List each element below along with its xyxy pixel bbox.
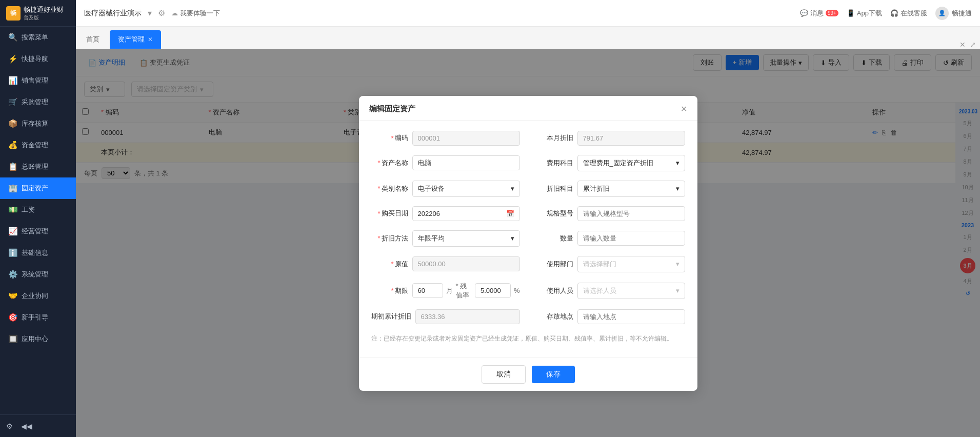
cancel-label: 取消 <box>496 370 511 378</box>
tab-home-label: 首页 <box>86 35 99 44</box>
category-select[interactable]: 电子设备 ▾ <box>412 181 520 197</box>
quantity-label: 数量 <box>536 234 573 243</box>
messages-badge: 99+ <box>826 10 838 16</box>
form-item-spec: 规格型号 <box>536 206 685 221</box>
service-btn[interactable]: 🎧 在线客服 <box>890 9 927 18</box>
asset-name-label: * 资产名称 <box>371 158 408 168</box>
experience-banner[interactable]: ☁ 我要体验一下 <box>171 9 220 18</box>
form-item-period: * 期限 月 * 残值率 % <box>371 282 520 300</box>
tab-close-icon[interactable]: ✕ <box>148 36 153 43</box>
tab-home[interactable]: 首页 <box>78 30 108 49</box>
period-row: 月 * 残值率 % <box>412 282 520 300</box>
form-item-storage: 存放地点 <box>536 309 685 324</box>
sidebar-item-基础信息[interactable]: ℹ️基础信息 <box>0 242 76 264</box>
tab-asset-management[interactable]: 资产管理 ✕ <box>110 30 161 49</box>
sidebar-icon: ⚙️ <box>8 270 17 279</box>
sidebar-icon: ℹ️ <box>8 248 17 257</box>
logo-text: 畅捷通好业财 <box>24 5 64 14</box>
sidebar-icon: ⚡ <box>8 54 17 64</box>
topbar-right: 💬 消息 99+ 📱 App下载 🎧 在线客服 👤 畅捷通 <box>800 7 972 20</box>
tab-expand-icon[interactable]: ⤢ <box>970 41 976 49</box>
sidebar-item-搜索菜单[interactable]: 🔍搜索菜单 <box>0 27 76 48</box>
sidebar-item-资金管理[interactable]: 💰资金管理 <box>0 134 76 156</box>
residual-rate-input[interactable] <box>475 283 511 298</box>
code-input[interactable] <box>412 131 520 146</box>
modal-close-icon[interactable]: ✕ <box>681 104 687 114</box>
dep-subject-value: 累计折旧 <box>583 184 610 193</box>
sidebar-icon: 📦 <box>8 119 17 128</box>
sidebar-item-应用中心[interactable]: 🔲应用中心 <box>0 328 76 350</box>
spec-label: 规格型号 <box>536 209 573 218</box>
form-item-dep-method: * 折旧方法 年限平均 ▾ <box>371 230 520 247</box>
sidebar-icon: 📋 <box>8 162 17 171</box>
logo-icon: 畅 <box>6 6 21 21</box>
expense-subject-chevron: ▾ <box>676 159 679 167</box>
department-select[interactable]: 请选择部门 ▾ <box>577 256 685 272</box>
expense-subject-select[interactable]: 管理费用_固定资产折旧 ▾ <box>577 155 685 171</box>
department-chevron: ▾ <box>676 260 679 268</box>
sidebar-item-总账管理[interactable]: 📋总账管理 <box>0 156 76 177</box>
period-input[interactable] <box>412 283 443 298</box>
sidebar-item-快捷导航[interactable]: ⚡快捷导航 <box>0 48 76 70</box>
sidebar-item-系统管理[interactable]: ⚙️系统管理 <box>0 264 76 285</box>
messages-label: 消息 <box>810 9 824 18</box>
purchase-date-input[interactable]: 202206 📅 <box>412 206 520 221</box>
monthly-dep-input[interactable] <box>577 131 685 146</box>
sidebar-item-库存核算[interactable]: 📦库存核算 <box>0 113 76 134</box>
form-item-expense-subject: 费用科目 管理费用_固定资产折旧 ▾ <box>536 155 685 171</box>
original-value-label: * 原值 <box>371 260 408 269</box>
form-grid: * 编码 本月折旧 <box>371 131 685 324</box>
edit-asset-modal: 编辑固定资产 ✕ * 编码 <box>359 96 697 391</box>
messages-btn[interactable]: 💬 消息 99+ <box>800 9 838 18</box>
dep-subject-label: 折旧科目 <box>536 184 573 193</box>
sidebar-logo: 畅 畅捷通好业财 普及版 <box>0 0 76 27</box>
spec-input[interactable] <box>577 206 685 221</box>
sidebar-item-经营管理[interactable]: 📈经营管理 <box>0 221 76 242</box>
modal-footer: 取消 保存 <box>359 357 697 391</box>
purchase-date-value: 202206 <box>418 210 440 217</box>
sidebar-icon: 📊 <box>8 76 17 85</box>
storage-input[interactable] <box>577 309 685 324</box>
form-note: 注：已经存在变更记录或者对应固定资产已经生成凭证，原值、购买日期、残值率、累计折… <box>371 334 685 343</box>
form-item-dep-subject: 折旧科目 累计折旧 ▾ <box>536 181 685 197</box>
category-chevron: ▾ <box>511 185 514 192</box>
person-select[interactable]: 请选择人员 ▾ <box>577 283 685 299</box>
sidebar-item-新手引导[interactable]: 🎯新手引导 <box>0 307 76 328</box>
initial-cumulative-input[interactable] <box>415 309 520 324</box>
person-placeholder: 请选择人员 <box>583 286 616 295</box>
modal-body: * 编码 本月折旧 <box>359 121 697 357</box>
sidebar-item-label: 基础信息 <box>22 248 48 257</box>
sidebar-item-工资[interactable]: 💵工资 <box>0 199 76 221</box>
cancel-button[interactable]: 取消 <box>482 365 526 384</box>
sidebar-item-label: 应用中心 <box>22 334 48 344</box>
quantity-input[interactable] <box>577 231 685 246</box>
asset-name-input[interactable] <box>412 155 520 170</box>
sidebar-item-采购管理[interactable]: 🛒采购管理 <box>0 91 76 113</box>
sidebar-icon: 🤝 <box>8 291 17 301</box>
tabbar: 首页 资产管理 ✕ ✕ ⤢ <box>76 27 980 49</box>
app-download-btn[interactable]: 📱 App下载 <box>847 9 882 18</box>
headset-icon: 🎧 <box>890 9 898 17</box>
calendar-icon: 📅 <box>506 210 514 217</box>
cloud-icon: ☁ <box>171 9 178 17</box>
settings-gear-icon[interactable]: ⚙ <box>158 8 165 18</box>
initial-cumulative-label: 期初累计折旧 <box>371 312 411 321</box>
sidebar-item-label: 固定资产 <box>22 184 48 193</box>
period-label: * 期限 <box>371 286 408 295</box>
dep-subject-select[interactable]: 累计折旧 ▾ <box>577 181 685 197</box>
user-label: 畅捷通 <box>952 9 972 18</box>
sidebar-item-固定资产[interactable]: 🏢固定资产 <box>0 177 76 199</box>
save-button[interactable]: 保存 <box>532 366 575 383</box>
sidebar-item-企业协同[interactable]: 🤝企业协同 <box>0 285 76 307</box>
tab-close-window-icon[interactable]: ✕ <box>959 41 966 49</box>
collapse-icon[interactable]: ◀◀ <box>21 422 32 430</box>
sidebar-item-label: 搜索菜单 <box>22 33 48 42</box>
modal-header: 编辑固定资产 ✕ <box>359 96 697 121</box>
sidebar-item-销售管理[interactable]: 📊销售管理 <box>0 70 76 91</box>
industry-dropdown-icon[interactable]: ▾ <box>148 8 152 18</box>
dep-method-select[interactable]: 年限平均 ▾ <box>412 230 520 247</box>
original-value-input[interactable] <box>412 256 520 271</box>
settings-icon[interactable]: ⚙ <box>6 422 13 430</box>
modal-overlay: 编辑固定资产 ✕ * 编码 <box>76 49 980 437</box>
user-profile-btn[interactable]: 👤 畅捷通 <box>935 7 972 20</box>
